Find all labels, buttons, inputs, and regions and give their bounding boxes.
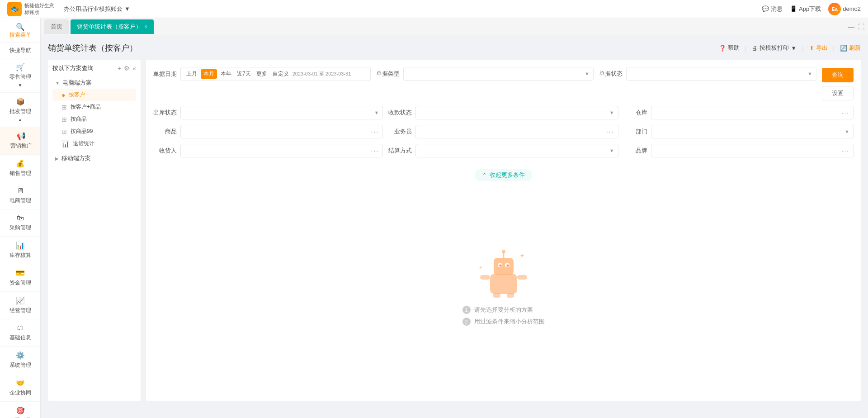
export-button[interactable]: ⬆ 导出 [809, 44, 828, 52]
settings-button[interactable]: 设置 [822, 86, 854, 100]
marketing-icon: 📢 [17, 132, 26, 140]
enterprise-icon: 🤝 [16, 379, 25, 387]
finance-icon: 💳 [16, 269, 25, 277]
brand-select[interactable]: ··· [651, 144, 854, 157]
message-icon: 💬 [762, 5, 769, 12]
logo-icon: 🐟 [7, 2, 22, 16]
dropdown-icon: ▼ [124, 5, 130, 12]
operations-icon: 📈 [16, 296, 25, 305]
date-more-btn[interactable]: 更多 [255, 69, 269, 79]
workspace-title[interactable]: 办公用品行业模拟账套 ▼ [58, 5, 130, 13]
empty-tip-2: 2 用过滤条件来缩小分析范围 [462, 318, 545, 326]
desktop-section-header[interactable]: ▼ 电脑端方案 [52, 77, 136, 89]
ecommerce-icon: 🖥 [17, 187, 24, 195]
tab-active[interactable]: 销货单统计表（按客户） × [71, 19, 154, 34]
logo-text: 畅捷信好生意 标账版 [24, 2, 54, 15]
settlement-select[interactable]: ▼ [415, 144, 618, 157]
date-this-month-btn[interactable]: 本月 [201, 69, 217, 79]
tab-close-button[interactable]: × [144, 24, 147, 30]
sidebar-item-inventory[interactable]: 📊 库存核算 [0, 237, 40, 264]
sidebar-item-retail[interactable]: 🛒 零售管理 ▼ [0, 58, 40, 93]
collapse-scheme-button[interactable]: « [132, 65, 136, 72]
page-actions: ❓ 帮助 | 🖨 按模板打印 ▼ | ⬆ 导出 [719, 44, 861, 52]
scheme-by-customer[interactable]: ● 按客户 [52, 89, 136, 101]
refresh-icon: 🔄 [840, 45, 847, 52]
department-dropdown-icon: ▼ [844, 129, 849, 134]
date-last-month-btn[interactable]: 上月 [184, 69, 199, 79]
settings-scheme-button[interactable]: ⚙ [124, 65, 130, 72]
query-button[interactable]: 查询 [822, 68, 854, 82]
warehouse-select[interactable]: ··· [651, 106, 854, 119]
scheme-by-customer-product[interactable]: ⊞ 按客户+商品 [52, 101, 136, 113]
svg-rect-0 [490, 274, 517, 294]
scheme-return-stats[interactable]: 📊 退货统计 [52, 138, 136, 150]
sales-icon: 💰 [16, 159, 25, 168]
sidebar-item-guide[interactable]: 🎯 新手引导 [0, 402, 40, 418]
basic-icon: 🗂 [17, 324, 24, 332]
refresh-button[interactable]: 🔄 刷新 [840, 44, 861, 52]
desktop-scheme-section: ▼ 电脑端方案 ● 按客户 ⊞ 按客户+商品 [52, 77, 136, 150]
salesperson-select[interactable]: ··· [415, 125, 618, 138]
department-select[interactable]: ▼ [651, 125, 854, 138]
print-dropdown-icon: ▼ [791, 45, 797, 52]
user-profile[interactable]: Ea demo2 [828, 3, 861, 15]
consignee-more-icon: ··· [371, 147, 379, 154]
message-button[interactable]: 💬 消息 [762, 5, 783, 13]
sidebar-item-ecommerce[interactable]: 🖥 电商管理 [0, 182, 40, 209]
scheme-by-product99[interactable]: ⊞ 按商品99 [52, 125, 136, 138]
collection-status-select[interactable]: ▼ [415, 106, 618, 119]
svg-point-7 [502, 250, 505, 253]
guide-icon: 🎯 [16, 406, 25, 415]
sidebar-item-basic[interactable]: 🗂 基础信息 [0, 319, 40, 347]
tab-minimize-button[interactable]: — [848, 23, 854, 30]
tab-home[interactable]: 首页 [44, 19, 69, 34]
sidebar-item-wholesale[interactable]: 📦 批发管理 ▲ [0, 93, 40, 127]
empty-tip-1: 1 请先选择要分析的方案 [462, 306, 545, 314]
doc-status-label: 单据状态 [599, 70, 623, 78]
sidebar-item-marketing[interactable]: 📢 营销推广 [0, 127, 40, 155]
inventory-icon: 📊 [16, 241, 25, 250]
avatar: Ea [828, 3, 841, 15]
scheme-panel-header: 按以下方案查询 + ⚙ « [52, 64, 136, 72]
brand-label: 品牌 [624, 147, 647, 155]
doc-status-dropdown-icon: ▼ [807, 71, 812, 76]
svg-rect-10 [493, 293, 500, 298]
warehouse-label: 仓库 [624, 109, 647, 117]
sidebar-item-enterprise[interactable]: 🤝 企业协同 [0, 374, 40, 402]
download-icon: 📱 [790, 5, 797, 12]
tab-maximize-button[interactable]: ⛶ [858, 23, 864, 30]
collapse-button[interactable]: ⌃ 收起更多条件 [475, 169, 532, 181]
scheme-by-product[interactable]: ⊞ 按商品 [52, 113, 136, 125]
svg-rect-9 [517, 275, 527, 280]
date-last7-btn[interactable]: 近7天 [235, 69, 253, 79]
product-select[interactable]: ··· [180, 125, 383, 138]
help-button[interactable]: ❓ 帮助 [719, 44, 740, 52]
purchase-icon: 🛍 [17, 214, 24, 222]
mobile-section-header[interactable]: ▶ 移动端方案 [52, 152, 136, 164]
sidebar-search[interactable]: 🔍 搜索菜单 [0, 18, 40, 43]
sidebar-item-sales[interactable]: 💰 销售管理 [0, 155, 40, 182]
product-more-icon: ··· [371, 128, 379, 135]
page-header: 销货单统计表（按客户） ❓ 帮助 | 🖨 按模板打印 ▼ | [48, 43, 861, 53]
date-label: 单据日期 [153, 70, 177, 78]
doc-status-select[interactable]: ▼ [626, 67, 816, 81]
date-range-text: 2023-03-01 至 2023-03-31 [292, 71, 351, 77]
sidebar-quick-nav[interactable]: 快捷导航 [0, 43, 40, 58]
consignee-select[interactable]: ··· [180, 144, 383, 157]
sidebar-item-system[interactable]: ⚙️ 系统管理 [0, 347, 40, 374]
empty-illustration: ✦ ✦ [476, 249, 531, 299]
doc-type-select[interactable]: ▼ [403, 67, 594, 81]
consignee-label: 收货人 [153, 147, 177, 155]
sidebar-item-purchase[interactable]: 🛍 采购管理 [0, 209, 40, 237]
department-label: 部门 [624, 128, 647, 136]
settlement-label: 结算方式 [388, 147, 412, 155]
doc-type-label: 单据类型 [376, 70, 400, 78]
print-template-button[interactable]: 🖨 按模板打印 ▼ [752, 44, 797, 52]
sidebar-item-operations[interactable]: 📈 经营管理 [0, 292, 40, 319]
app-download-button[interactable]: 📱 App下载 [790, 5, 821, 13]
date-custom-btn[interactable]: 自定义 [271, 69, 291, 79]
add-scheme-button[interactable]: + [118, 65, 121, 72]
sidebar-item-finance[interactable]: 💳 资金管理 [0, 264, 40, 292]
date-this-year-btn[interactable]: 本年 [219, 69, 233, 79]
out-status-select[interactable]: ▼ [180, 106, 383, 119]
